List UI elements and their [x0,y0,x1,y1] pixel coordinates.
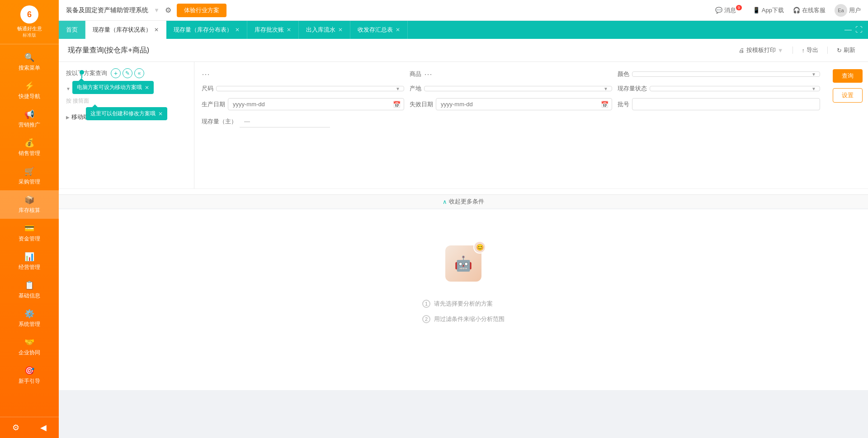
expire-calendar-icon[interactable]: 📅 [601,101,609,108]
edit-scheme-btn[interactable]: ✎ [123,68,132,78]
size-label: 尺码 [202,85,213,93]
sidebar-collapse-btn[interactable]: ◀ [40,423,47,433]
tab-in-out-flow[interactable]: 出入库流水 ✕ [299,21,350,39]
header: 装备及固定资产辅助管理系统 ▼ ⚙ 体验行业方案 💬 消息 9 📱 App下载 … [59,0,868,21]
stock-status-field: 现存量状态 ▼ [618,85,820,93]
dots-icon-1[interactable]: ⋯ [202,69,210,79]
sidebar-item-finance[interactable]: 💳 资金管理 [0,219,59,247]
dots-icon-2[interactable]: ⋯ [424,69,432,79]
message-btn[interactable]: 💬 消息 9 [715,6,744,14]
page-actions: 🖨 按模板打印 ▼ ↑ 导出 ↻ 刷新 [735,44,859,56]
sidebar-item-marketing[interactable]: 📢 营销推广 [0,105,59,133]
user-avatar: Ea [835,4,847,17]
trial-btn[interactable]: 体验行业方案 [177,4,226,17]
produce-date-label: 生产日期 [202,100,225,108]
print-btn[interactable]: 🖨 按模板打印 ▼ [735,44,787,56]
tooltip-close-1[interactable]: ✕ [145,85,149,91]
page-header: 现存量查询(按仓库+商品) 🖨 按模板打印 ▼ ↑ 导出 ↻ 刷新 [59,39,868,62]
filter-row-4: 现存量（主） — [202,116,820,127]
inventory-icon: 📦 [24,195,34,205]
robot-bubble: 😊 [473,241,486,254]
color-select[interactable]: ▼ [632,71,820,77]
filter-row-2: 尺码 ▼ 产地 ▼ 现存量状态 ▼ [202,85,820,93]
reset-btn[interactable]: 设置 [833,88,863,103]
scheme-header: 按以下方案查询 + ✎ « 电脑方案可设为移动方案哦 ✕ [59,62,194,82]
user-profile[interactable]: Ea 用户 [835,4,861,17]
tab-stock-dist[interactable]: 现存量（库存分布表） ✕ [166,21,247,39]
quick-nav-icon: ⚡ [24,81,34,91]
color-field: 颜色 ▼ [618,70,820,78]
export-btn[interactable]: ↑ 导出 [798,44,822,56]
query-btn[interactable]: 查询 [833,69,863,83]
sidebar-item-quicknav[interactable]: ⚡ 快捷导航 [0,76,59,105]
warehouse-label-small: 按 接筒面 [59,95,194,107]
app-download-btn[interactable]: 📱 App下载 [753,6,784,14]
tooltip-close-2[interactable]: ✕ [158,111,163,117]
empty-illustration: 🤖 😊 [436,245,491,291]
basic-info-icon: 📋 [24,280,34,290]
produce-calendar-icon[interactable]: 📅 [393,101,401,108]
sidebar-item-sales[interactable]: 💰 销售管理 [0,133,59,162]
stock-main-label: 现存量（主） [202,118,237,126]
collapse-btn[interactable]: ∧ 收起更多条件 [59,194,868,208]
sidebar-item-basic-info[interactable]: 📋 基础信息 [0,276,59,304]
tab-close-stock-status[interactable]: ✕ [154,27,159,33]
produce-date-input[interactable] [228,98,404,110]
tab-close-summary[interactable]: ✕ [396,27,400,33]
sidebar-item-purchase[interactable]: 🛒 采购管理 [0,162,59,190]
sales-icon: 💰 [24,138,34,148]
produce-date-field: 生产日期 📅 [202,98,404,110]
system-name: 装备及固定资产辅助管理系统 [66,6,148,14]
tab-receive-summary[interactable]: 收发存汇总表 ✕ [350,21,408,39]
triangle-down: ▼ [66,86,71,91]
tab-close-batch[interactable]: ✕ [287,27,291,33]
size-select[interactable]: ▼ [216,86,404,91]
search-label: 按以下方案查询 [66,69,107,77]
settings-icon[interactable]: ⚙ [165,6,171,14]
refresh-btn[interactable]: ↻ 刷新 [833,44,859,56]
back-scheme-btn[interactable]: « [134,68,144,78]
sidebar-settings-btn[interactable]: ⚙ [12,423,19,433]
stock-status-arrow: ▼ [811,86,816,91]
sidebar-item-system[interactable]: ⚙️ 系统管理 [0,304,59,333]
tab-maximize-btn[interactable]: ⛶ [855,26,863,34]
print-icon: 🖨 [739,47,745,54]
header-right: 💬 消息 9 📱 App下载 🎧 在线客服 Ea 用户 [715,4,861,17]
color-dropdown-arrow: ▼ [811,72,816,77]
tab-batch-account[interactable]: 库存批次账 ✕ [247,21,299,39]
online-service-btn[interactable]: 🎧 在线客服 [793,6,826,14]
tab-minimize-btn[interactable]: — [844,26,852,34]
sidebar-item-operations[interactable]: 📊 经营管理 [0,247,59,276]
collapse-arrow-icon: ∧ [443,198,447,205]
tooltip-add-scheme: 电脑方案可设为移动方案哦 ✕ [72,81,154,94]
tab-stock-status[interactable]: 现存量（库存状况表） ✕ [85,21,166,39]
size-field: 尺码 ▼ [202,85,404,93]
sidebar-item-inventory[interactable]: 📦 库存核算 [0,190,59,219]
system-icon: ⚙️ [24,309,34,319]
service-icon: 🎧 [793,7,800,14]
empty-step-1: 1 请先选择要分析的方案 [422,298,505,310]
add-scheme-btn[interactable]: + [111,68,121,78]
goods-field: 商品 ⋯ [410,69,612,79]
tab-home[interactable]: 首页 [59,21,85,39]
app-logo-icon: 6 [20,5,38,24]
page-title: 现存量查询(按仓库+商品) [68,46,149,55]
marketing-icon: 📢 [24,109,34,119]
sidebar-item-newbie[interactable]: 🎯 新手引导 [0,361,59,390]
stock-status-select[interactable]: ▼ [650,86,820,91]
origin-field: 产地 ▼ [410,85,612,93]
expire-date-wrapper: 📅 [436,98,612,110]
sidebar-item-collab[interactable]: 🤝 企业协同 [0,333,59,361]
origin-label: 产地 [410,85,421,93]
empty-step-2: 2 用过滤条件来缩小分析范围 [422,313,505,325]
search-menu-icon: 🔍 [24,52,34,62]
sidebar-item-search[interactable]: 🔍 搜索菜单 [0,48,59,76]
tab-close-flow[interactable]: ✕ [338,27,343,33]
origin-select[interactable]: ▼ [424,86,612,91]
goods-label: 商品 [410,70,421,78]
tooltip-arrow-2 [92,104,98,107]
refresh-icon: ↻ [837,47,842,54]
tab-close-stock-dist[interactable]: ✕ [235,27,240,33]
batch-input[interactable] [632,98,820,110]
expire-date-input[interactable] [436,98,612,110]
